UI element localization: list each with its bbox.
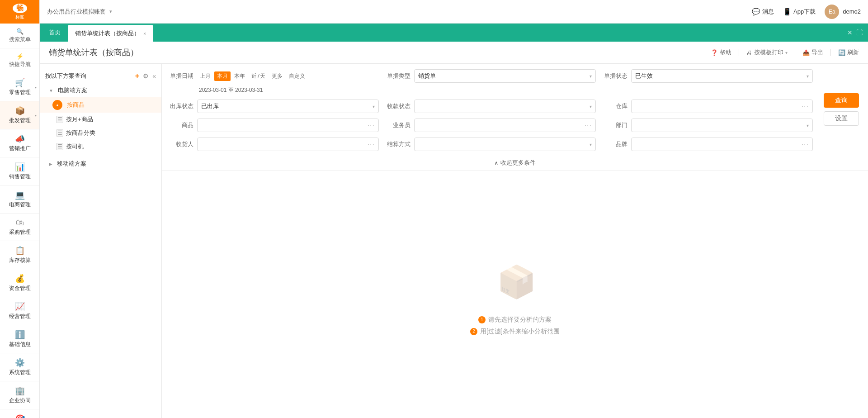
tree-group-desktop-label: 电脑端方案 [58,86,87,95]
refresh-label: 刷新 [847,48,859,57]
tree-group-desktop[interactable]: ▼ 电脑端方案 [40,84,161,97]
sidebar-item-inventory[interactable]: 📋 库存核算 [0,241,39,269]
brand-dots: ··· [802,141,809,148]
inventory-icon: 📋 [15,246,25,256]
ds-7days[interactable]: 近7天 [249,71,268,81]
sidebar-item-search[interactable]: 🔍 搜索菜单 [0,24,39,48]
page-header: 销货单统计表（按商品） ❓ 帮助 🖨 按模板打印 ▾ 📤 导出 [40,42,868,64]
settings-button[interactable]: 设置 [824,111,859,126]
dept-select[interactable]: ▾ [631,119,813,132]
collapse-panel-btn[interactable]: « [152,72,156,80]
avatar: Ea [825,5,839,19]
brand-input[interactable]: ··· [631,138,813,151]
out-status-select[interactable]: 已出库 ▾ [197,100,379,113]
tree-item-by-product[interactable]: ● 按商品 [40,97,161,113]
sidebar-item-operations[interactable]: 📈 经营管理 [0,297,39,325]
finance-icon: 💰 [15,274,25,284]
date-control: 上月 本月 本年 近7天 更多 自定义 [197,71,379,81]
marketing-label: 营销推广 [9,145,31,152]
left-panel-header: 按以下方案查询 + ⚙ « [40,68,161,84]
payment-label: 结算方式 [386,140,410,148]
sidebar-item-finance[interactable]: 💰 资金管理 [0,269,39,297]
print-btn[interactable]: 🖨 按模板打印 ▾ [746,48,788,57]
sidebar-item-basic[interactable]: ℹ️ 基础信息 [0,325,39,353]
tree-group-mobile[interactable]: ▶ 移动端方案 [40,157,161,171]
sidebar: 畅 标账 🔍 搜索菜单 ⚡ 快捷导航 🛒 零售管理 ▸ 📦 批发管理 ▸ 📣 营… [0,0,40,418]
ds-more[interactable]: 更多 [269,71,285,81]
tab-active[interactable]: 销货单统计表（按商品） × [68,25,153,42]
sidebar-item-marketing[interactable]: 📣 营销推广 [0,129,39,157]
filter-cell-out-status: 出库状态 已出库 ▾ [169,100,379,113]
sidebar-item-wholesale[interactable]: 📦 批发管理 ▸ [0,101,39,129]
tree-by-category-label: 按商品分类 [66,129,95,137]
sidebar-item-enterprise[interactable]: 🏢 企业协同 [0,381,39,409]
user-area[interactable]: Ea demo2 [825,5,861,19]
system-icon: ⚙️ [15,358,25,368]
sidebar-item-retail[interactable]: 🛒 零售管理 ▸ [0,73,39,101]
salesperson-dots: ··· [585,122,592,129]
empty-step-1: 1 请先选择要分析的方案 [478,316,552,324]
help-icon: ❓ [711,49,718,56]
avatar-text: Ea [829,9,835,15]
refresh-icon: 🔄 [838,49,845,56]
window-close-icon[interactable]: ✕ [847,29,853,36]
collect-status-select[interactable]: ▾ [414,100,596,113]
tab-close-btn[interactable]: × [143,31,146,36]
company-dropdown-icon[interactable]: ▾ [109,9,112,14]
tree-expand-icon: ▼ [49,88,53,93]
payment-select[interactable]: ▾ [414,138,596,151]
app-download-btn[interactable]: 📱 App下载 [783,8,816,16]
sidebar-item-system[interactable]: ⚙️ 系统管理 [0,353,39,381]
ds-this-year[interactable]: 本年 [231,71,248,81]
active-dot: ● [57,103,59,107]
warehouse-input[interactable]: ··· [631,100,813,113]
page-title: 销货单统计表（按商品） [49,47,138,58]
tree-mobile-expand-icon: ▶ [49,162,52,166]
right-panel: 单据日期 上月 本月 本年 近7天 更多 自定义 [162,64,868,418]
doc-type-select[interactable]: 销货单 ▾ [414,69,596,83]
tree-item-by-cashier[interactable]: ☰ 按司机 [40,140,161,153]
export-btn[interactable]: 📤 导出 [802,48,823,57]
ds-last-month[interactable]: 上月 [197,71,213,81]
system-label: 系统管理 [9,369,31,376]
sidebar-item-ecommerce[interactable]: 💻 电商管理 [0,185,39,214]
filter-wrapper: 单据日期 上月 本月 本年 近7天 更多 自定义 [162,64,868,155]
filter-row-2: 出库状态 已出库 ▾ 收款状态 [162,98,820,117]
ds-this-month[interactable]: 本月 [214,71,231,81]
tab-home[interactable]: 首页 [42,24,68,42]
recipient-input[interactable]: ··· [197,138,379,151]
message-btn[interactable]: 💬 消息 [752,8,774,16]
collect-status-arrow: ▾ [590,104,592,109]
sidebar-item-purchase[interactable]: 🛍 采购管理 [0,214,39,241]
logo-subtitle: 标账 [15,14,24,20]
window-maximize-icon[interactable]: ⛶ [856,29,863,36]
filter-cell-product: 商品 ··· [169,119,379,132]
tree-item-by-category[interactable]: ☰ 按商品分类 [40,126,161,140]
salesperson-input[interactable]: ··· [414,119,596,132]
sidebar-item-guide[interactable]: 🎯 新手引导 [0,409,39,418]
company-name: 办公用品行业模拟账套 [47,8,106,16]
sidebar-item-quick-nav[interactable]: ⚡ 快捷导航 [0,48,39,73]
divider-2 [795,49,795,56]
user-name: demo2 [843,8,861,15]
product-input[interactable]: ··· [197,119,379,132]
main-area: 办公用品行业模拟账套 ▾ 💬 消息 📱 App下载 Ea demo2 首页 [40,0,868,418]
ecommerce-label: 电商管理 [9,201,31,209]
sidebar-item-sales[interactable]: 📊 销售管理 [0,157,39,185]
add-scheme-btn[interactable]: + [135,72,139,80]
warehouse-label: 仓库 [603,102,627,110]
tree-item-by-month-product[interactable]: ☰ 按月+商品 [40,113,161,126]
refresh-btn[interactable]: 🔄 刷新 [838,48,859,57]
query-button[interactable]: 查询 [824,93,859,108]
doc-status-select[interactable]: 已生效 ▾ [631,69,813,83]
collapse-bar[interactable]: ∧ 收起更多条件 [162,155,868,171]
settings-scheme-btn[interactable]: ⚙ [143,72,149,80]
sales-label: 销售管理 [9,173,31,180]
sidebar-quick-label: 快捷导航 [9,61,31,68]
date-shortcuts: 上月 本月 本年 近7天 更多 自定义 [197,71,308,81]
tab-bar: 首页 销货单统计表（按商品） × ✕ ⛶ [40,24,868,42]
tree-by-month-product-label: 按月+商品 [66,115,93,124]
logo-area: 畅 标账 [0,0,39,24]
help-btn[interactable]: ❓ 帮助 [711,48,731,57]
ds-custom[interactable]: 自定义 [286,71,308,81]
